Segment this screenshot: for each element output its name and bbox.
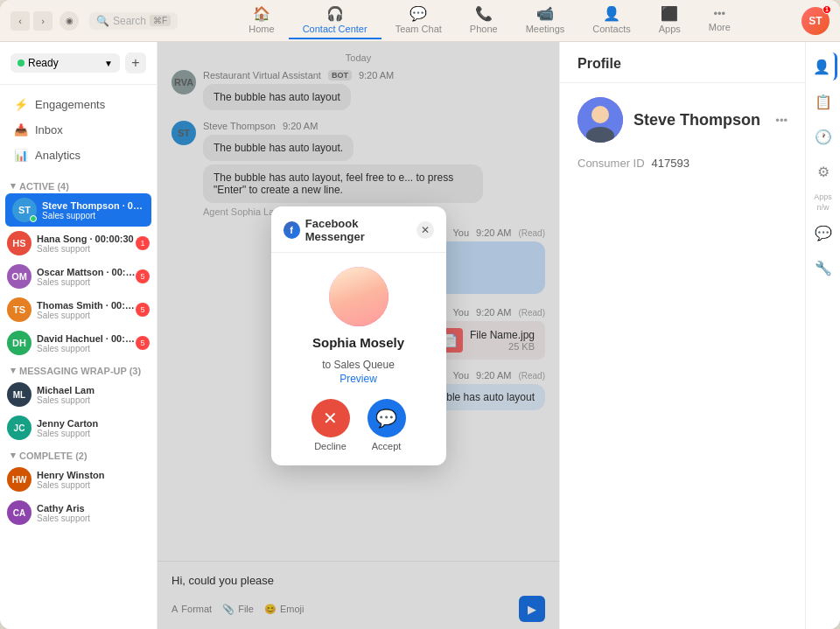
contact-queue-oscar: Sales support — [37, 277, 136, 287]
consumer-id-label: Consumer ID — [578, 157, 645, 170]
profile-header: Profile — [560, 42, 805, 83]
profile-avatar — [578, 97, 623, 143]
apps-label-section: Apps n/w — [814, 192, 832, 212]
contact-item-david[interactable]: DH David Hachuel · 00:00:35 Sales suppor… — [0, 326, 157, 360]
right-icon-chat[interactable]: 💬 — [809, 219, 837, 247]
modal-header: f Facebook Messenger ✕ — [271, 206, 446, 253]
contact-item-henry[interactable]: HW Henry Winston Sales support — [0, 463, 157, 496]
contact-avatar-michael: ML — [7, 382, 32, 407]
sidebar-menu: ⚡ Engagements 📥 Inbox 📊 Analytics — [0, 85, 157, 175]
search-icon: 🔍 — [96, 15, 109, 27]
modal-avatar — [329, 267, 388, 326]
right-icon-person[interactable]: 👤 — [809, 52, 837, 80]
contact-info-jenny: Jenny Carton Sales support — [37, 418, 150, 438]
analytics-label: Analytics — [35, 149, 80, 162]
facebook-messenger-modal: f Facebook Messenger ✕ Sophia Mosely to … — [271, 206, 446, 465]
tab-contacts-label: Contacts — [592, 24, 630, 34]
tab-phone[interactable]: 📞 Phone — [456, 2, 512, 39]
right-icon-settings[interactable]: ⚙ — [809, 157, 837, 185]
contact-queue-thomas: Sales support — [37, 311, 136, 320]
modal-overlay: f Facebook Messenger ✕ Sophia Mosely to … — [158, 42, 559, 629]
add-button[interactable]: + — [125, 52, 146, 73]
apps-label: Apps — [814, 192, 832, 201]
user-avatar[interactable]: ST 1 — [802, 7, 830, 35]
nav-forward-button[interactable]: › — [33, 11, 52, 31]
tab-contacts[interactable]: 👤 Contacts — [578, 2, 644, 39]
contact-queue-michael: Sales support — [37, 395, 150, 405]
contact-avatar-cathy: CA — [7, 500, 32, 525]
sidebar-item-analytics[interactable]: 📊 Analytics — [0, 143, 157, 168]
section-complete[interactable]: ▾ COMPLETE (2) — [0, 444, 157, 463]
contact-item-hana[interactable]: HS Hana Song · 00:00:30 Sales support 1 — [0, 227, 157, 260]
tab-home[interactable]: 🏠 Home — [234, 2, 288, 39]
contacts-icon: 👤 — [603, 5, 620, 22]
accept-button[interactable]: 💬 — [368, 399, 406, 437]
status-dot — [18, 59, 24, 66]
nw-label: n/w — [816, 203, 829, 212]
team-chat-icon: 💬 — [410, 5, 427, 22]
contact-avatar-henry: HW — [7, 467, 32, 492]
modal-title: Facebook Messenger — [305, 217, 416, 243]
tab-more[interactable]: ••• More — [695, 3, 745, 38]
search-shortcut: ⌘F — [150, 15, 171, 26]
status-select[interactable]: Ready ▼ — [10, 53, 120, 73]
search-box[interactable]: 🔍 Search ⌘F — [89, 12, 178, 30]
contact-item-cathy[interactable]: CA Cathy Aris Sales support — [0, 496, 157, 529]
section-messaging-wrap-up[interactable]: ▾ MESSAGING WRAP-UP (3) — [0, 360, 157, 378]
contact-avatar-david: DH — [7, 331, 32, 355]
contact-item-jenny[interactable]: JC Jenny Carton Sales support — [0, 411, 157, 444]
contact-name-steve: Steve Thompson · 00:00:15 — [42, 200, 144, 211]
nav-back-button[interactable]: ‹ — [10, 11, 30, 31]
contact-avatar-steve: ST — [12, 198, 37, 222]
chevron-active-icon: ▾ — [10, 180, 16, 192]
right-icon-notes[interactable]: 📋 — [809, 87, 837, 115]
tab-phone-label: Phone — [470, 24, 498, 34]
analytics-icon: 📊 — [14, 149, 28, 162]
modal-close-button[interactable]: ✕ — [416, 221, 433, 239]
contact-name-henry: Henry Winston — [37, 470, 150, 480]
sidebar-item-inbox[interactable]: 📥 Inbox — [0, 117, 157, 143]
contact-badge-david: 5 — [136, 336, 150, 350]
right-icon-wrench[interactable]: 🔧 — [809, 254, 837, 282]
contact-item-steve-thompson[interactable]: ST Steve Thompson · 00:00:15 Sales suppo… — [5, 193, 151, 227]
section-active[interactable]: ▾ ACTIVE (4) — [0, 175, 157, 193]
contact-item-michael[interactable]: ML Michael Lam Sales support — [0, 378, 157, 411]
tab-meetings[interactable]: 📹 Meetings — [512, 2, 579, 39]
svg-point-1 — [592, 106, 609, 123]
section-wrap-label: MESSAGING WRAP-UP (3) — [19, 366, 141, 376]
apps-icon: ⬛ — [661, 5, 678, 22]
contact-info-henry: Henry Winston Sales support — [37, 470, 150, 490]
contact-name-david: David Hachuel · 00:00:35 — [37, 333, 136, 344]
contact-item-oscar[interactable]: OM Oscar Mattson · 00:00:20 Sales suppor… — [0, 260, 157, 293]
search-label: Search — [113, 15, 146, 27]
contact-queue-cathy: Sales support — [37, 514, 150, 523]
tab-contact-center[interactable]: 🎧 Contact Center — [289, 2, 382, 39]
contact-queue-hana: Sales support — [37, 244, 136, 254]
meetings-icon: 📹 — [536, 5, 554, 22]
contact-name-oscar: Oscar Mattson · 00:00:20 — [37, 267, 136, 277]
decline-button[interactable]: ✕ — [312, 399, 350, 437]
tab-apps[interactable]: ⬛ Apps — [645, 2, 695, 39]
online-dot — [30, 215, 37, 222]
modal-preview-link[interactable]: Preview — [340, 373, 377, 385]
profile-more-button[interactable]: ••• — [775, 114, 788, 127]
right-icon-history[interactable]: 🕐 — [809, 122, 837, 150]
modal-queue-text: to Sales Queue — [322, 359, 395, 371]
contact-name-thomas: Thomas Smith · 00:00:32 — [37, 300, 136, 311]
contact-queue-jenny: Sales support — [37, 429, 150, 438]
profile-title: Profile — [578, 56, 621, 71]
contact-info-michael: Michael Lam Sales support — [37, 385, 150, 405]
contact-item-thomas[interactable]: TS Thomas Smith · 00:00:32 Sales support… — [0, 293, 157, 326]
tab-apps-label: Apps — [659, 24, 681, 34]
profile-small-icon: ◉ — [60, 11, 79, 31]
contact-name-jenny: Jenny Carton — [37, 418, 150, 429]
contact-badge-hana: 1 — [136, 236, 150, 250]
contact-queue-david: Sales support — [37, 344, 136, 353]
tab-team-chat[interactable]: 💬 Team Chat — [382, 2, 456, 39]
contact-name-hana: Hana Song · 00:00:30 — [37, 234, 136, 244]
tab-meetings-label: Meetings — [526, 24, 565, 34]
profile-user-row: Steve Thompson ••• — [560, 83, 805, 153]
modal-title-row: f Facebook Messenger — [284, 217, 417, 243]
sidebar-item-engagements[interactable]: ⚡ Engagements — [0, 92, 157, 117]
main-area: Ready ▼ + ⚡ Engagements 📥 Inbox 📊 Analyt… — [0, 42, 840, 629]
